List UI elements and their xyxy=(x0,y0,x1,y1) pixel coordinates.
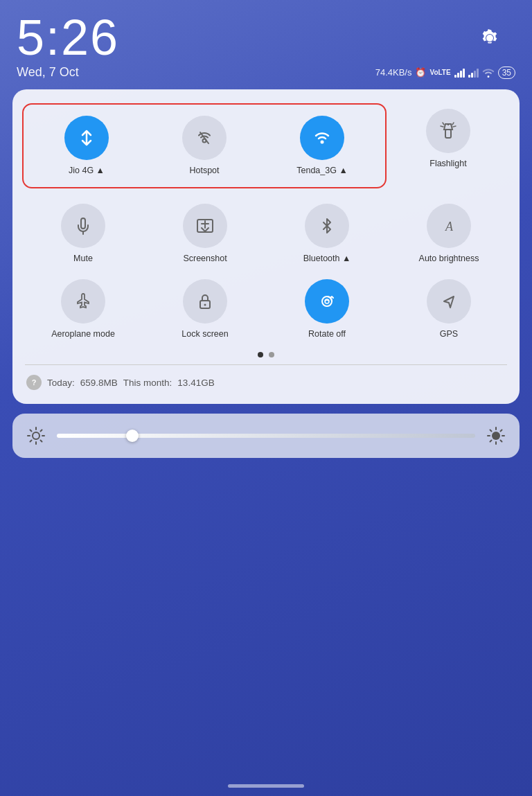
svg-point-19 xyxy=(33,432,39,439)
data-usage-bar: ? Today: 659.8MB This month: 13.41GB xyxy=(22,372,510,393)
brightness-high-icon xyxy=(486,426,506,445)
signal-bars-2 xyxy=(468,68,479,78)
svg-line-9 xyxy=(453,126,456,127)
tile-flashlight-label: Flashlight xyxy=(429,159,467,169)
hotspot-icon-circle xyxy=(182,116,227,160)
tenda3g-icon-circle xyxy=(300,116,344,160)
svg-line-35 xyxy=(501,430,502,432)
svg-line-25 xyxy=(41,441,42,442)
settings-gear-button[interactable] xyxy=(479,28,500,48)
tile-rotate-off-label: Rotate off xyxy=(308,329,346,339)
aeroplane-icon-circle xyxy=(61,279,105,324)
tile-mute[interactable]: Mute xyxy=(22,198,144,269)
gps-icon-circle xyxy=(427,279,471,324)
svg-line-8 xyxy=(441,126,443,127)
status-icons: 74.4KB/s ⏰ VoLTE xyxy=(375,67,515,79)
quick-settings-panel: Jio 4G ▲ Hotspot xyxy=(12,89,520,404)
tile-aeroplane[interactable]: Aeroplane mode xyxy=(22,274,144,345)
svg-point-2 xyxy=(321,141,324,144)
brightness-low-icon xyxy=(26,426,46,445)
pagination-dot-2[interactable] xyxy=(269,352,274,357)
svg-line-7 xyxy=(452,123,454,125)
svg-line-27 xyxy=(30,441,32,442)
tile-tenda3g[interactable]: Tenda_3G ▲ xyxy=(263,110,381,182)
rotate-off-icon-circle xyxy=(305,279,349,324)
alarm-icon: ⏰ xyxy=(415,67,426,78)
volte-icon: VoLTE xyxy=(429,69,450,76)
status-bar: 5:26 Wed, 7 Oct 74.4KB/s ⏰ VoLTE xyxy=(0,0,532,80)
tile-bluetooth[interactable]: Bluetooth ▲ xyxy=(266,198,388,269)
tile-lockscreen-label: Lock screen xyxy=(181,329,228,339)
time-display: 5:26 xyxy=(17,12,515,62)
pagination-dots xyxy=(22,352,510,357)
tile-auto-brightness[interactable]: A Auto brightness xyxy=(388,198,510,269)
brightness-track[interactable] xyxy=(57,434,475,438)
month-value: 13.41GB xyxy=(177,378,214,388)
month-label: This month: xyxy=(123,378,172,388)
tile-screenshot[interactable]: Screenshot xyxy=(144,198,266,269)
svg-point-28 xyxy=(492,432,500,440)
tile-bluetooth-label: Bluetooth ▲ xyxy=(303,254,351,264)
quick-settings-row2: Mute Screenshot Bluetooth ▲ xyxy=(22,198,510,269)
svg-point-16 xyxy=(204,304,206,306)
svg-rect-4 xyxy=(445,130,451,138)
home-indicator[interactable] xyxy=(228,784,304,788)
battery-display: 35 xyxy=(498,67,515,79)
bluetooth-icon-circle xyxy=(305,204,349,248)
svg-line-26 xyxy=(41,430,42,432)
today-label: Today: xyxy=(47,378,75,388)
svg-text:A: A xyxy=(445,220,454,233)
tile-hotspot-label: Hotspot xyxy=(189,166,219,176)
brightness-panel xyxy=(12,414,520,458)
data-usage-icon: ? xyxy=(26,375,42,390)
tile-auto-brightness-label: Auto brightness xyxy=(419,254,479,264)
tile-lockscreen[interactable]: Lock screen xyxy=(144,274,266,345)
jio4g-icon-circle xyxy=(64,116,109,160)
tile-jio4g-label: Jio 4G ▲ xyxy=(69,166,105,176)
tile-tenda3g-label: Tenda_3G ▲ xyxy=(296,166,348,176)
divider xyxy=(25,364,507,365)
tile-rotate-off[interactable]: Rotate off xyxy=(266,274,388,345)
speed-indicator: 74.4KB/s xyxy=(375,67,412,78)
mute-icon-circle xyxy=(61,204,105,248)
auto-brightness-icon-circle: A xyxy=(427,204,471,248)
lockscreen-icon-circle xyxy=(183,279,227,324)
svg-line-6 xyxy=(443,123,444,125)
tile-flashlight[interactable]: Flashlight xyxy=(387,103,510,175)
svg-line-24 xyxy=(30,430,32,432)
wifi-status-icon xyxy=(482,68,495,78)
brightness-thumb[interactable] xyxy=(126,430,139,442)
pagination-dot-1[interactable] xyxy=(258,352,263,357)
svg-line-36 xyxy=(490,441,492,442)
svg-line-34 xyxy=(501,441,502,442)
quick-settings-row3: Aeroplane mode Lock screen xyxy=(22,274,510,345)
tile-gps-label: GPS xyxy=(440,329,458,339)
tile-gps[interactable]: GPS xyxy=(388,274,510,345)
today-value: 659.8MB xyxy=(80,378,118,388)
screenshot-icon-circle xyxy=(183,204,227,248)
highlighted-tiles: Jio 4G ▲ Hotspot xyxy=(22,103,387,188)
tile-mute-label: Mute xyxy=(73,254,93,264)
tile-jio4g[interactable]: Jio 4G ▲ xyxy=(28,110,145,182)
tile-aeroplane-label: Aeroplane mode xyxy=(51,329,115,339)
date-display: Wed, 7 Oct xyxy=(17,65,79,80)
svg-line-33 xyxy=(490,430,492,432)
flashlight-icon-circle xyxy=(426,109,470,153)
tile-hotspot[interactable]: Hotspot xyxy=(145,110,263,182)
signal-bars-1 xyxy=(454,68,465,78)
tile-screenshot-label: Screenshot xyxy=(183,254,227,264)
